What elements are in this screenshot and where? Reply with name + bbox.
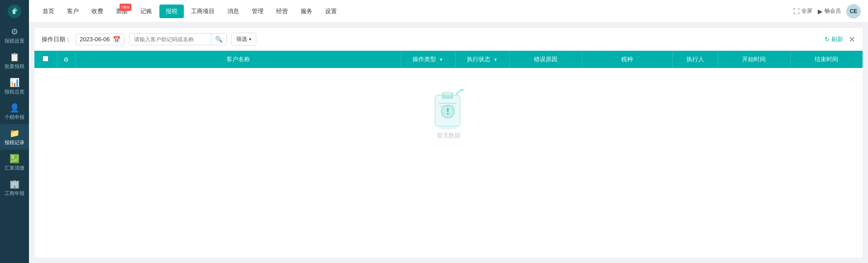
sidebar-label: 报税总览 [5,89,24,95]
topnav: 首页 客户 收费 票据 new 记账 报税 工商项目 消息 管理 经营 [29,0,868,23]
nav-piao[interactable]: 票据 new [110,0,134,23]
toolbar: 操作日期： 2023-06-06 📅 🔍 筛选 ▾ [34,28,863,51]
nav-baoshui[interactable]: 报税 [159,5,184,18]
th-checkbox[interactable] [34,51,57,68]
nav-jizhang[interactable]: 记账 [134,0,158,23]
sort-icon: ▼ [439,57,443,62]
overview-icon: 📊 [10,78,19,88]
sidebar-label: 汇算清缴 [5,165,24,171]
search-box: 🔍 [129,33,227,45]
th-op-type[interactable]: 操作类型 ▼ [401,51,455,68]
fullscreen-icon: ⛶ [793,8,800,15]
th-tax-type: 税种 [582,51,672,68]
svg-line-9 [456,90,461,94]
filter-button[interactable]: 筛选 ▾ [231,33,256,46]
search-input[interactable] [129,34,211,45]
calendar-icon: 📅 [113,36,120,43]
th-error-reason: 错误原因 [509,51,582,68]
sidebar-item-piliang-baoshui[interactable]: 📋 批量报税 [0,48,29,73]
search-button[interactable]: 🔍 [211,34,226,45]
user-avatar[interactable]: CE [846,4,861,19]
sidebar-label: 报税记录 [5,140,24,146]
sidebar-item-baoshui-shezhi[interactable]: ⚙ 报税设置 [0,23,29,48]
sidebar-item-baoshuijilu[interactable]: 📁 报税记录 [0,124,29,150]
sidebar-logo [0,0,29,23]
date-picker[interactable]: 2023-06-06 📅 [76,34,125,45]
sidebar-item-geshuishenbo[interactable]: 👤 个税申报 [0,99,29,124]
fullscreen-button[interactable]: ⛶ 全屏 [793,7,812,15]
sidebar-item-baoshui-zongjian[interactable]: 📊 报税总览 [0,73,29,99]
new-badge: new [120,4,131,11]
svg-rect-5 [447,108,448,112]
filter-label: 筛选 [236,35,247,43]
sidebar-label: 批量报税 [5,63,24,69]
vip-button[interactable]: ▶ 畅会员 [818,7,841,15]
sidebar-label: 个税申报 [5,114,24,120]
th-start-time: 开始时间 [718,51,790,68]
empty-state: 暂无数据 [34,68,863,158]
svg-point-6 [447,113,449,115]
svg-marker-10 [461,89,464,92]
date-label: 操作日期： [42,35,71,44]
close-button[interactable]: ✕ [849,35,855,44]
main-panel: 操作日期： 2023-06-06 📅 🔍 筛选 ▾ [34,28,863,258]
th-end-time: 结束时间 [790,51,863,68]
nav-home[interactable]: 首页 [36,0,61,23]
person-icon: 👤 [10,103,19,113]
batch-icon: 📋 [10,52,19,62]
content-area: 操作日期： 2023-06-06 📅 🔍 筛选 ▾ [29,23,868,263]
empty-illustration [428,86,469,132]
nav-fuwu[interactable]: 服务 [294,0,319,23]
sidebar-item-gongshangnianb[interactable]: 🏢 工商年报 [0,175,29,200]
record-icon: 📁 [10,128,19,138]
nav-shoufe[interactable]: 收费 [85,0,110,23]
video-icon: ▶ [818,8,823,15]
topnav-right: ⛶ 全屏 ▶ 畅会员 CE [793,4,861,19]
th-client-name: 客户名称 [75,51,401,68]
settings-icon: ⚙ [11,27,18,37]
company-icon: 🏢 [10,179,19,189]
th-settings: ⚙ [57,51,75,68]
date-value: 2023-06-06 [80,36,110,43]
empty-text: 暂无数据 [437,132,460,140]
refresh-icon: ↻ [825,36,830,43]
nav-guanli[interactable]: 管理 [245,0,270,23]
sidebar-label: 报税设置 [5,38,24,44]
chevron-down-icon: ▾ [249,37,251,42]
refresh-button[interactable]: ↻ 刷新 [825,35,843,44]
calc-icon: 💹 [10,154,19,164]
th-exec-status[interactable]: 执行状态 ▼ [455,51,509,68]
nav-xiaoxi[interactable]: 消息 [221,0,245,23]
main-table: ⚙ 客户名称 操作类型 ▼ 执行状态 ▼ [34,51,863,68]
column-settings-icon: ⚙ [63,56,69,63]
nav-gongshang[interactable]: 工商项目 [185,0,221,23]
sort-icon: ▼ [493,57,498,62]
main-area: 首页 客户 收费 票据 new 记账 报税 工商项目 消息 管理 经营 [29,0,868,263]
toolbar-actions: ↻ 刷新 ✕ [825,35,855,44]
select-all-checkbox[interactable] [43,56,48,62]
table-header-row: ⚙ 客户名称 操作类型 ▼ 执行状态 ▼ [34,51,863,68]
svg-rect-3 [444,92,451,95]
table-wrapper: ⚙ 客户名称 操作类型 ▼ 执行状态 ▼ [34,51,863,258]
nav-shezhi[interactable]: 设置 [319,0,343,23]
nav-client[interactable]: 客户 [61,0,85,23]
th-executor: 执行人 [672,51,718,68]
svg-point-11 [438,126,458,130]
search-icon: 🔍 [215,36,223,43]
sidebar-item-huisuanqingdian[interactable]: 💹 汇算清缴 [0,150,29,175]
nav-jingying[interactable]: 经营 [270,0,294,23]
sidebar-label: 工商年报 [5,190,24,196]
sidebar: ⚙ 报税设置 📋 批量报税 📊 报税总览 👤 个税申报 📁 报税记录 💹 汇算清… [0,0,29,263]
